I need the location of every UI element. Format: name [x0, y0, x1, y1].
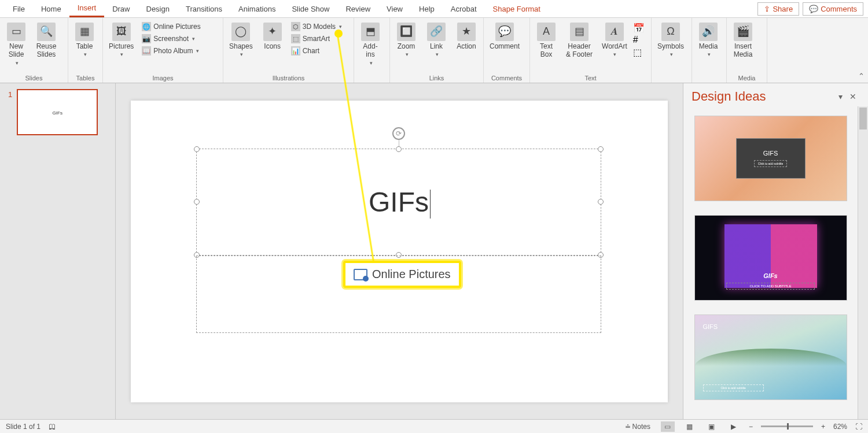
tab-home[interactable]: Home — [33, 0, 69, 17]
media-button[interactable]: 🔊 Media▾ — [694, 20, 722, 59]
pictures-button[interactable]: 🖼 Pictures▾ — [105, 20, 137, 59]
tab-file[interactable]: File — [5, 0, 33, 17]
zoom-icon: 🔲 — [397, 23, 415, 41]
text-cursor — [430, 190, 431, 219]
object-icon[interactable]: ⬚ — [633, 47, 643, 57]
tab-draw[interactable]: Draw — [104, 0, 138, 17]
zoom-button[interactable]: 🔲 Zoom▾ — [392, 20, 420, 59]
design-idea-1[interactable]: GIFS Click to add subtitle — [694, 116, 847, 201]
screenshot-icon: 📷 — [142, 34, 151, 43]
slide-edit-area[interactable]: ⟳ GIFs Click to add subtitle — [116, 83, 683, 419]
chart-icon: 📊 — [291, 46, 300, 55]
slide-canvas[interactable]: ⟳ GIFs Click to add subtitle — [131, 101, 668, 402]
thumbnail-number: 1 — [8, 89, 12, 135]
tab-animations[interactable]: Animations — [230, 0, 284, 17]
table-button[interactable]: ▦ Table▾ — [71, 20, 98, 59]
rotate-icon: ⟳ — [392, 127, 405, 140]
design-idea-2[interactable]: GIFs CLICK TO ADD SUBTITLE — [694, 215, 847, 301]
slide-counter: Slide 1 of 1 — [6, 423, 41, 431]
share-label: Share — [773, 5, 793, 13]
design-ideas-pane: Design Ideas ▾ ✕ GIFS Click to add subti… — [683, 83, 868, 419]
action-button[interactable]: ★ Action — [453, 20, 480, 51]
chart-button[interactable]: 📊 Chart — [289, 46, 344, 56]
normal-view-button[interactable]: ▭ — [661, 421, 675, 432]
photo-album-button[interactable]: 📖 Photo Album▾ — [139, 46, 203, 56]
sel-handle-n[interactable] — [396, 146, 402, 152]
pane-close-button[interactable]: ✕ — [846, 92, 860, 101]
scrollbar-thumb[interactable] — [859, 108, 867, 129]
title-text[interactable]: GIFs — [369, 186, 429, 218]
reading-view-button[interactable]: ▣ — [705, 421, 719, 432]
status-bar: Slide 1 of 1 🕮 ≐ Notes ▭ ▦ ▣ ▶ − + 62% ⛶ — [0, 419, 868, 433]
tab-insert[interactable]: Insert — [69, 0, 105, 17]
symbols-button[interactable]: Ω Symbols▾ — [654, 20, 687, 59]
online-pictures-button[interactable]: 🌐 Online Pictures — [139, 21, 203, 32]
comments-icon: 💬 — [809, 5, 818, 13]
tab-shape-format[interactable]: Shape Format — [485, 0, 549, 17]
icons-button[interactable]: ✦ Icons — [259, 20, 286, 51]
online-pictures-callout-icon — [354, 269, 367, 280]
sel-handle-ne[interactable] — [598, 146, 604, 152]
media-icon: 🔊 — [699, 23, 718, 41]
title-placeholder[interactable]: ⟳ GIFs — [196, 149, 601, 256]
group-label-illustrations: Illustrations — [226, 73, 351, 82]
action-icon: ★ — [457, 23, 476, 41]
pane-options-button[interactable]: ▾ — [835, 92, 846, 101]
header-footer-icon: ▤ — [570, 23, 589, 41]
shapes-icon: ◯ — [231, 23, 250, 41]
tab-review[interactable]: Review — [337, 0, 378, 17]
tab-view[interactable]: View — [378, 0, 411, 17]
slideshow-view-button[interactable]: ▶ — [727, 421, 741, 432]
zoom-in-button[interactable]: + — [821, 423, 825, 431]
main-area: 1 GIFs ⟳ GIFs — [0, 83, 868, 419]
insert-media-button[interactable]: 🎬 Insert Media — [729, 20, 757, 60]
sorter-view-button[interactable]: ▦ — [683, 421, 697, 432]
header-footer-button[interactable]: ▤ Header & Footer — [562, 20, 596, 60]
share-button[interactable]: ⇪ Share — [757, 2, 799, 16]
design-ideas-scrollbar[interactable] — [858, 106, 868, 419]
comment-button[interactable]: 💬 Comment — [486, 20, 523, 51]
screenshot-button[interactable]: 📷 Screenshot▾ — [139, 34, 203, 44]
group-label-media: Media — [729, 73, 764, 82]
link-icon: 🔗 — [427, 23, 446, 41]
new-slide-button[interactable]: ▭ New Slide▾ — [2, 20, 30, 68]
table-icon: ▦ — [75, 23, 94, 41]
zoom-out-button[interactable]: − — [749, 423, 753, 431]
new-slide-icon: ▭ — [7, 23, 25, 41]
accessibility-icon[interactable]: 🕮 — [49, 423, 56, 431]
zoom-percent[interactable]: 62% — [833, 423, 847, 431]
notes-button[interactable]: ≐ Notes — [623, 423, 653, 431]
tab-design[interactable]: Design — [138, 0, 178, 17]
icons-icon: ✦ — [263, 23, 282, 41]
tab-transitions[interactable]: Transitions — [178, 0, 230, 17]
sel-handle-nw[interactable] — [194, 146, 200, 152]
tab-acrobat[interactable]: Acrobat — [443, 0, 485, 17]
comments-label: Comments — [821, 5, 857, 13]
design-idea-3[interactable]: GIFS Click to add subtitle — [694, 314, 847, 400]
comments-button[interactable]: 💬 Comments — [803, 2, 863, 16]
group-label-slides: Slides — [2, 73, 65, 82]
date-time-icon[interactable]: 📅 — [633, 23, 643, 33]
slide-thumbnail-1[interactable]: GIFs — [17, 89, 98, 135]
collapse-ribbon-button[interactable]: ⌃ — [858, 72, 865, 80]
callout-highlight-box: Online Pictures — [343, 261, 461, 288]
link-button[interactable]: 🔗 Link▾ — [422, 20, 450, 59]
sel-handle-w[interactable] — [194, 199, 200, 205]
addins-button[interactable]: ⬒ Add- ins▾ — [356, 20, 384, 68]
shapes-button[interactable]: ◯ Shapes▾ — [226, 20, 256, 59]
fit-to-window-button[interactable]: ⛶ — [855, 423, 862, 431]
online-pictures-icon: 🌐 — [142, 22, 151, 31]
zoom-slider-knob[interactable] — [787, 423, 789, 430]
tab-slideshow[interactable]: Slide Show — [284, 0, 337, 17]
addins-icon: ⬒ — [361, 23, 380, 41]
rotate-handle[interactable]: ⟳ — [392, 127, 405, 149]
reuse-slides-button[interactable]: 🔍 Reuse Slides — [32, 20, 60, 60]
comment-icon: 💬 — [495, 23, 514, 41]
slide-number-icon[interactable]: # — [633, 35, 643, 45]
tab-help[interactable]: Help — [411, 0, 443, 17]
textbox-button[interactable]: A Text Box — [532, 20, 560, 60]
wordart-button[interactable]: 𝑨 WordArt▾ — [598, 20, 631, 59]
sel-handle-e[interactable] — [598, 199, 604, 205]
zoom-slider[interactable] — [761, 425, 813, 427]
pictures-icon: 🖼 — [112, 23, 131, 41]
